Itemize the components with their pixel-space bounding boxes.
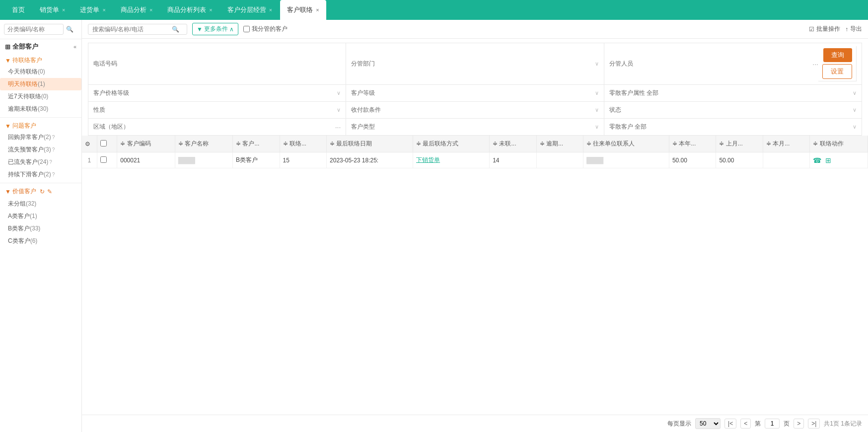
table-row: 1000021████B类客户152023-05-23 18:25:下销货单14…: [82, 152, 868, 168]
filter-retail-customer-input[interactable]: [647, 124, 851, 131]
prev-page-btn[interactable]: <: [740, 419, 751, 429]
settings-btn[interactable]: 设置: [822, 64, 852, 79]
more-conditions-label: 更多条件: [204, 25, 228, 33]
customer-level-dropdown-icon[interactable]: ∨: [595, 90, 599, 96]
question-icon: ?: [52, 147, 55, 152]
my-customer-checkbox[interactable]: [243, 26, 250, 32]
advanced-filter: 电话号码 分管部门 ∨ 分管人员 ··· 查询 设置: [82, 39, 868, 136]
sidebar-item-problem-0[interactable]: 回购异常客户(2)?: [0, 131, 81, 144]
grid-icon: ⊞: [5, 43, 10, 51]
search-icon[interactable]: 🔍: [172, 26, 179, 33]
retail-customer-dropdown-icon[interactable]: ∨: [853, 124, 857, 130]
filter-customer-type-input[interactable]: [386, 124, 592, 131]
main-search-input[interactable]: [92, 26, 172, 33]
per-page-select[interactable]: 50 100 200: [695, 418, 721, 429]
sidebar-item-pending-3[interactable]: 逾期未联络(30): [0, 103, 81, 115]
gear-icon[interactable]: ⚙: [85, 141, 90, 147]
table-header: ⚙≑ 客户编码≑ 客户名称≑ 客户...≑ 联络...≑ 最后联络日期≑ 最后联…: [82, 136, 868, 152]
th-checkbox[interactable]: [97, 136, 117, 152]
th-gear[interactable]: ⚙: [82, 136, 97, 152]
filter-payment-input[interactable]: [386, 107, 592, 114]
close-icon[interactable]: ×: [269, 7, 272, 13]
dept-dropdown-icon[interactable]: ∨: [595, 61, 599, 67]
filter-region-input[interactable]: [129, 124, 333, 131]
td-num: 1: [82, 152, 97, 168]
sidebar-item-value-3[interactable]: C类客户(6): [0, 235, 81, 247]
nature-dropdown-icon[interactable]: ∨: [337, 107, 341, 113]
col-label: ≑ 本年...: [672, 140, 696, 147]
td-checkbox[interactable]: [97, 152, 117, 168]
sidebar-item-value-1[interactable]: A类客户(1): [0, 210, 81, 222]
nav-item-客户联络[interactable]: 客户联络×: [280, 0, 326, 20]
region-dots-icon[interactable]: ···: [335, 123, 341, 131]
export-btn[interactable]: ↑ 导出: [845, 25, 862, 33]
filter-grid: 电话号码 分管部门 ∨ 分管人员 ··· 查询 设置: [88, 43, 862, 136]
header-checkbox[interactable]: [100, 140, 107, 146]
filter-dept-input[interactable]: [386, 61, 592, 68]
more-conditions-btn[interactable]: ▼ 更多条件 ∧: [192, 23, 238, 35]
first-page-btn[interactable]: |<: [724, 419, 736, 429]
page-input[interactable]: [765, 419, 780, 429]
sidebar-search-icon[interactable]: 🔍: [66, 26, 73, 33]
close-icon[interactable]: ×: [102, 7, 105, 13]
refresh-icon[interactable]: ↻: [40, 188, 45, 195]
edit-icon[interactable]: ✎: [47, 188, 52, 195]
sidebar-item-problem-2[interactable]: 已流失客户(24)?: [0, 156, 81, 168]
phone-icon[interactable]: ☎: [813, 156, 821, 164]
th-action: ≑ 联络动作: [810, 136, 868, 152]
grid-action-icon[interactable]: ⊞: [825, 156, 831, 164]
filter-price-level-input[interactable]: [129, 90, 335, 97]
sidebar-all-customers[interactable]: ⊞ 全部客户 «: [0, 39, 81, 54]
payment-dropdown-icon[interactable]: ∨: [595, 107, 599, 113]
sidebar-item-value-2[interactable]: B类客户(33): [0, 222, 81, 235]
filter-retail-attr-input[interactable]: [658, 90, 851, 97]
batch-ops-btn[interactable]: ☑ 批量操作: [809, 25, 840, 33]
col-label: ≑ 最后联络方式: [416, 140, 458, 147]
sidebar-item-problem-3[interactable]: 持续下滑客户(2)?: [0, 168, 81, 181]
filter-manager-input[interactable]: [644, 61, 811, 68]
sidebar-search-input[interactable]: [4, 24, 64, 35]
item-badge: (0): [38, 68, 45, 75]
filter-phone-input[interactable]: [128, 61, 341, 68]
close-icon[interactable]: ×: [316, 7, 319, 13]
filter-nature-input[interactable]: [128, 107, 335, 114]
close-icon[interactable]: ×: [62, 7, 65, 13]
filter-nature: 性质 ∨: [88, 102, 346, 119]
price-level-dropdown-icon[interactable]: ∨: [337, 90, 341, 96]
nav-item-客户分层经营[interactable]: 客户分层经营×: [220, 0, 279, 20]
filter-customer-type: 客户类型 ∨: [346, 119, 604, 136]
last-page-btn[interactable]: >|: [808, 419, 820, 429]
th-contact_count: ≑ 联络...: [280, 136, 327, 152]
manager-dots-icon[interactable]: ···: [812, 60, 818, 68]
td-last_contact_type[interactable]: 下销货单: [413, 152, 490, 168]
status-dropdown-icon[interactable]: ∨: [853, 107, 857, 113]
row-checkbox[interactable]: [100, 156, 107, 163]
customer-type-dropdown-icon[interactable]: ∨: [595, 124, 599, 130]
filter-retail-attr-label: 零散客户属性 全部: [609, 89, 658, 97]
nav-item-销货单[interactable]: 销货单×: [33, 0, 72, 20]
nav-item-首页[interactable]: 首页: [5, 0, 32, 20]
col-label: ≑ 未联...: [493, 140, 516, 147]
next-page-btn[interactable]: >: [794, 419, 804, 429]
query-btn[interactable]: 查询: [823, 48, 852, 62]
sidebar-item-value-0[interactable]: 未分组(32): [0, 198, 81, 210]
close-icon[interactable]: ×: [209, 7, 212, 13]
nav-item-商品分析列表[interactable]: 商品分析列表×: [160, 0, 219, 20]
col-label: ≑ 客户编码: [120, 140, 150, 147]
th-last_month: ≑ 上月...: [716, 136, 763, 152]
sidebar-item-pending-1[interactable]: 明天待联络(1): [0, 78, 81, 90]
filter-customer-type-label: 客户类型: [351, 123, 386, 131]
sidebar-item-problem-1[interactable]: 流失预警客户(3)?: [0, 144, 81, 156]
sidebar-item-pending-2[interactable]: 近7天待联络(0): [0, 90, 81, 103]
problem-group-label: 问题客户: [12, 122, 36, 130]
nav-item-商品分析[interactable]: 商品分析×: [114, 0, 159, 20]
th-overdue: ≑ 逾期...: [536, 136, 583, 152]
nav-item-进货单[interactable]: 进货单×: [73, 0, 112, 20]
retail-attr-dropdown-icon[interactable]: ∨: [853, 90, 857, 96]
sidebar-item-pending-0[interactable]: 今天待联络(0): [0, 66, 81, 78]
contact-type-link[interactable]: 下销货单: [416, 156, 440, 163]
filter-status-input[interactable]: [644, 107, 851, 114]
close-icon[interactable]: ×: [149, 7, 152, 13]
collapse-icon[interactable]: «: [73, 44, 76, 50]
filter-customer-level-input[interactable]: [386, 90, 592, 97]
